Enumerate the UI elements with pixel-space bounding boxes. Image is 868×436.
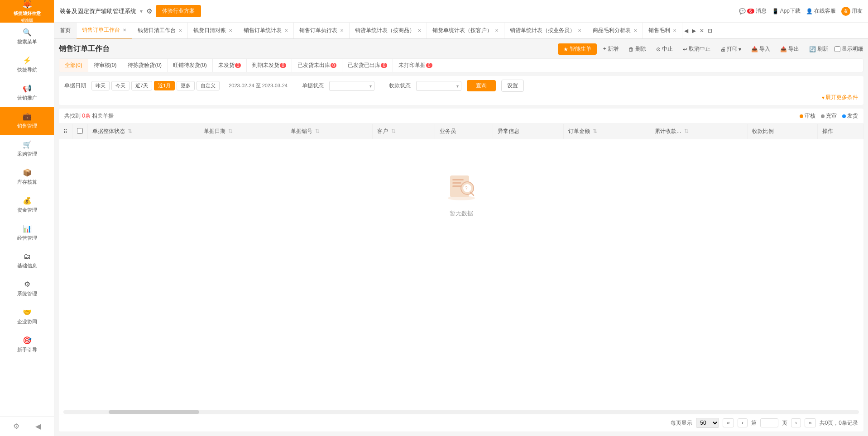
experience-button[interactable]: 体验行业方案 (156, 5, 201, 17)
sort-status-icon[interactable]: ⇅ (128, 128, 132, 134)
detail-checkbox[interactable] (834, 46, 840, 52)
tab-goods-product[interactable]: 销货单统计表（按商品） ✕ (350, 23, 427, 39)
tab-goods-salesman[interactable]: 销货单统计表（按业务员） ✕ (504, 23, 587, 39)
quick-ship-action[interactable]: 发货 (842, 112, 858, 120)
sidebar-item-marketing[interactable]: 📢 营销推广 (0, 79, 54, 107)
subtab-shipped-not-out[interactable]: 已发货未出库0 (292, 59, 343, 72)
sidebar-item-base[interactable]: 🗂 基础信息 (0, 247, 54, 275)
sort-received-icon[interactable]: ⇅ (684, 128, 689, 134)
page-first-button[interactable]: « (723, 418, 734, 427)
cancel-stop-button[interactable]: ↩ 取消中止 (679, 43, 714, 55)
stop-button[interactable]: ⊘ 中止 (652, 43, 676, 55)
quick-cancel-action[interactable]: 充审 (821, 112, 837, 120)
sidebar-item-finance[interactable]: 💰 资金管理 (0, 191, 54, 219)
dropdown-icon[interactable]: ▾ (140, 8, 143, 14)
import-button[interactable]: 📥 导入 (748, 43, 774, 55)
th-drag: ⠿ (59, 124, 72, 139)
subtab-all[interactable]: 全部(0) (59, 59, 88, 72)
tab-close-goods-margin[interactable]: ✕ (633, 28, 637, 33)
sidebar-item-operation[interactable]: 📊 经营管理 (0, 219, 54, 247)
user-button[interactable]: 友 用友 (841, 7, 863, 16)
date-btn-yesterday[interactable]: 昨天 (91, 81, 110, 90)
date-btn-1month[interactable]: 近1月 (154, 81, 175, 90)
filter-settings-button[interactable]: 设置 (501, 80, 524, 92)
tab-close-sales-order[interactable]: ✕ (123, 28, 126, 33)
page-label-suffix: 页 (782, 419, 787, 427)
message-button[interactable]: 💬 6 消息 (739, 7, 767, 15)
page-next-button[interactable]: › (791, 418, 801, 427)
tab-maximize[interactable]: ⊡ (706, 28, 714, 34)
app-download-button[interactable]: 📱 App下载 (772, 7, 801, 15)
date-btn-today[interactable]: 今天 (111, 81, 129, 90)
subtab-overdue-ship[interactable]: 到期未发货0 (247, 59, 292, 72)
subtab-not-printed[interactable]: 未打印单据0 (393, 59, 438, 72)
tab-scroll-right[interactable]: ▶ (690, 28, 698, 34)
sort-date-icon[interactable]: ⇅ (228, 128, 233, 134)
delete-button[interactable]: 🗑 删除 (625, 43, 650, 55)
print-dropdown-icon[interactable]: ▾ (739, 46, 741, 52)
export-button[interactable]: 📤 导出 (777, 43, 803, 55)
smart-create-button[interactable]: ★ 智能生单 (558, 43, 597, 55)
tab-sales-exec[interactable]: 销售订单执行表 ✕ (294, 23, 350, 39)
settings-icon[interactable]: ⚙ (13, 422, 19, 431)
sidebar-item-system[interactable]: ⚙ 系统管理 (0, 275, 54, 303)
tab-goods-customer[interactable]: 销货单统计表（按客户） ✕ (427, 23, 504, 39)
subtab-pending-inspect[interactable]: 待拣货验货(0) (122, 59, 168, 72)
subtab-wangpu-shipping[interactable]: 旺铺待发货(0) (168, 59, 213, 72)
tab-close-sales-more[interactable]: ✕ (673, 28, 676, 33)
query-button[interactable]: 查询 (467, 80, 496, 91)
tab-close-cash-reconcile[interactable]: ✕ (229, 28, 232, 33)
tab-close-goods-product[interactable]: ✕ (417, 28, 421, 33)
tab-close-goods-customer[interactable]: ✕ (495, 28, 499, 33)
detail-checkbox-label[interactable]: 显示明细 (834, 45, 863, 53)
tab-home[interactable]: 首页 (54, 23, 77, 39)
per-page-select[interactable]: 50 100 200 (696, 418, 719, 428)
subtab-shipped-out[interactable]: 已发货已出库0 (342, 59, 393, 72)
tab-close-all[interactable]: ✕ (698, 28, 706, 34)
sidebar-item-purchase[interactable]: 🛒 采购管理 (0, 135, 54, 163)
tab-close-goods-salesman[interactable]: ✕ (578, 28, 581, 33)
payment-select[interactable] (416, 81, 461, 91)
sidebar-item-inventory[interactable]: 📦 库存核算 (0, 163, 54, 191)
refresh-button[interactable]: 🔄 刷新 (806, 43, 832, 55)
online-service-button[interactable]: 👤 在线客服 (806, 7, 836, 15)
sidebar-item-guide[interactable]: 🎯 新手引导 (0, 331, 54, 359)
sidebar-item-search[interactable]: 🔍 搜索菜单 (0, 23, 54, 51)
tab-close-sales-exec[interactable]: ✕ (340, 28, 344, 33)
tab-scroll-left[interactable]: ◀ (682, 28, 690, 34)
quick-review-action[interactable]: 审核 (800, 112, 815, 120)
page-prev-button[interactable]: ‹ (738, 418, 748, 427)
tab-goods-margin[interactable]: 商品毛利分析表 ✕ (587, 23, 643, 39)
status-select[interactable] (329, 81, 374, 91)
page-last-button[interactable]: » (805, 418, 816, 427)
collapse-icon[interactable]: ◀ (35, 422, 41, 431)
sort-customer-icon[interactable]: ⇅ (391, 128, 396, 134)
review-dot-icon (800, 114, 803, 118)
tab-cash-daily[interactable]: 钱货日清工作台 ✕ (132, 23, 188, 39)
sidebar-item-company[interactable]: 🤝 企业协同 (0, 303, 54, 331)
horizontal-scrollbar[interactable] (63, 410, 859, 414)
filter-expand-button[interactable]: ▾ 展开更多条件 (822, 94, 858, 101)
sort-amount-icon[interactable]: ⇅ (593, 128, 597, 134)
tab-sales-stats[interactable]: 销售订单统计表 ✕ (238, 23, 294, 39)
subtab-not-shipped[interactable]: 未发货0 (213, 59, 247, 72)
date-btn-more[interactable]: 更多 (177, 81, 195, 90)
page-header: 销售订单工作台 ★ 智能生单 + 新增 🗑 删除 ⊘ 中止 ↩ 取消中止 (59, 43, 863, 55)
select-all-checkbox[interactable] (77, 128, 83, 134)
scrollbar-thumb[interactable] (109, 410, 199, 414)
print-button[interactable]: 🖨 打印 ▾ (717, 43, 745, 55)
tab-cash-reconcile[interactable]: 钱货日清对账 ✕ (188, 23, 238, 39)
sort-number-icon[interactable]: ⇅ (315, 128, 320, 134)
tab-sales-more[interactable]: 销售毛利 ✕ (643, 23, 682, 39)
sidebar-item-quick-nav[interactable]: ⚡ 快捷导航 (0, 51, 54, 79)
date-btn-7days[interactable]: 近7天 (131, 81, 152, 90)
tab-sales-order[interactable]: 销售订单工作台 ✕ (77, 23, 132, 39)
sidebar-item-sales[interactable]: 💼 销售管理 (0, 107, 54, 135)
date-btn-custom[interactable]: 自定义 (197, 81, 220, 90)
subtab-pending-review[interactable]: 待审核(0) (88, 59, 123, 72)
page-number-input[interactable]: 1 (760, 418, 778, 427)
add-button[interactable]: + 新增 (599, 43, 622, 55)
tab-close-cash-daily[interactable]: ✕ (178, 28, 182, 33)
tab-close-sales-stats[interactable]: ✕ (284, 28, 288, 33)
settings-header-icon[interactable]: ⚙ (146, 7, 152, 15)
